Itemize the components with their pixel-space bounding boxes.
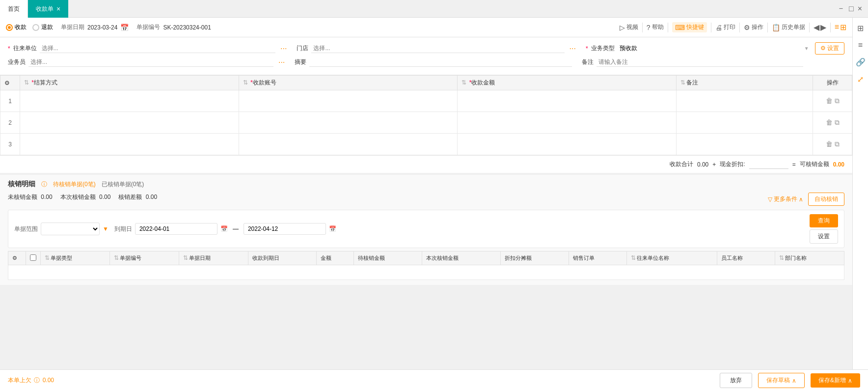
col-op-header: 操作 (813, 76, 852, 90)
row-3-settle[interactable] (20, 134, 239, 155)
doc-type-sort[interactable]: ⇅ (45, 254, 50, 261)
doc-date-sort[interactable]: ⇅ (183, 254, 188, 261)
due-date-field: 到期日 📅 — 📅 (114, 223, 336, 235)
help-action[interactable]: ? 帮助 (647, 23, 664, 31)
row-3-account[interactable] (239, 134, 458, 155)
row-1-account[interactable] (239, 90, 458, 112)
row-3-delete-icon[interactable]: 🗑 (826, 140, 833, 148)
row-1-delete-icon[interactable]: 🗑 (826, 97, 833, 105)
link-icon[interactable]: 🔗 (854, 56, 868, 69)
filter-settings-button[interactable]: 设置 (810, 229, 838, 244)
row-3-copy-icon[interactable]: ⧉ (835, 140, 840, 148)
shortcut-action[interactable]: ⌨ 快捷键 (672, 22, 707, 32)
select-all-checkbox[interactable] (30, 254, 36, 261)
col-settings-header[interactable]: ⚙ (0, 76, 20, 90)
radio-group: 收款 退款 (6, 23, 53, 31)
calendar-icon[interactable]: 📅 (120, 24, 129, 31)
counterpart-sort[interactable]: ⇅ (631, 254, 636, 261)
col-checkbox-th[interactable] (26, 251, 41, 265)
date-from-icon[interactable]: 📅 (220, 225, 228, 232)
store-input[interactable] (311, 44, 564, 53)
more-conditions-btn[interactable]: ▽ 更多条件 ∧ (768, 195, 803, 203)
row-2-settle[interactable] (20, 112, 239, 134)
prev-arrow[interactable]: ◀ (814, 23, 819, 32)
date-to-input[interactable] (244, 223, 326, 235)
form-section: * 往来单位 ··· 门店 ··· * 业务类型 预收款 ▼ ⚙ 设置 (0, 37, 852, 75)
list-view-icon[interactable]: ≡ (835, 23, 839, 32)
next-arrow[interactable]: ▶ (820, 23, 826, 32)
tab-pending[interactable]: 待核销单据(0笔) (53, 180, 96, 189)
radio-receipt[interactable]: 收款 (6, 23, 27, 31)
operation-action[interactable]: ⚙ 操作 (744, 23, 763, 31)
business-type-chevron[interactable]: ▼ (804, 46, 809, 51)
row-1-copy-icon[interactable]: ⧉ (835, 97, 840, 105)
video-icon: ▷ (620, 24, 625, 31)
col-settings-th[interactable]: ⚙ (8, 251, 26, 265)
store-label: 门店 (297, 44, 308, 53)
date-label: 单据日期 (61, 23, 84, 31)
tab-active[interactable]: 收款单 × (28, 0, 68, 18)
tab-close-icon[interactable]: × (56, 0, 60, 18)
video-action[interactable]: ▷ 视频 (620, 23, 638, 31)
store-more-icon[interactable]: ··· (570, 44, 576, 53)
settings-button[interactable]: ⚙ 设置 (815, 42, 844, 55)
remark-sort-icon[interactable]: ⇅ (680, 79, 685, 86)
minimize-button[interactable]: － (837, 3, 845, 14)
divider-5 (767, 23, 768, 32)
verify-stats: 未核销金额 0.00 本次核销金额 0.00 核销差额 0.00 (8, 193, 157, 201)
auto-verify-button[interactable]: 自动核销 (808, 193, 844, 206)
row-2-amount[interactable] (458, 112, 677, 134)
discard-button[interactable]: 放弃 (720, 373, 752, 388)
date-to-icon[interactable]: 📅 (329, 225, 336, 232)
main-content: 收款 退款 单据日期 2023-03-24 📅 单据编号 SK-20230324… (0, 18, 852, 391)
range-arrow: ▼ (103, 225, 108, 232)
expand-icon[interactable]: ⤢ (855, 73, 866, 86)
data-table: ⚙ ⇅ *结算方式 ⇅ *收款账号 ⇅ *收款金额 ⇅备注 (0, 75, 852, 155)
table-icon[interactable]: ⊞ (855, 22, 866, 35)
print-action[interactable]: 🖨 打印 (715, 23, 735, 31)
row-2-delete-icon[interactable]: 🗑 (826, 118, 833, 127)
col-doc-date-th: ⇅单据日期 (179, 251, 248, 265)
row-1-settle[interactable] (20, 90, 239, 112)
close-button[interactable]: × (858, 4, 862, 13)
row-3-amount[interactable] (458, 134, 677, 155)
grid-view-icon[interactable]: ⊞ (840, 23, 846, 32)
settings-label: 设置 (827, 45, 839, 52)
remark-input[interactable] (597, 57, 803, 67)
tab-done[interactable]: 已核销单据(0笔) (102, 180, 144, 189)
query-button[interactable]: 查询 (810, 214, 838, 227)
date-separator: — (233, 225, 239, 232)
counterpart-more-icon[interactable]: ··· (280, 44, 287, 53)
dept-sort[interactable]: ⇅ (779, 254, 784, 261)
row-1-amount[interactable] (458, 90, 677, 112)
settle-sort-icon[interactable]: ⇅ (24, 79, 29, 86)
save-new-button[interactable]: 保存&新增 ∧ (811, 373, 860, 388)
history-action[interactable]: 📋 历史单据 (772, 23, 805, 31)
sales-more-icon[interactable]: ··· (278, 58, 285, 67)
radio-refund[interactable]: 退款 (32, 23, 53, 31)
date-from-input[interactable] (135, 223, 217, 235)
row-2-account[interactable] (239, 112, 458, 134)
counterpart-input[interactable] (40, 44, 275, 53)
net-value: 0.00 (833, 161, 844, 168)
row-3-remark[interactable] (677, 134, 813, 155)
row-2-remark[interactable] (677, 112, 813, 134)
summary-input[interactable] (309, 57, 571, 67)
tab-home[interactable]: 首页 (0, 0, 28, 18)
col-staff-th: 员工名称 (717, 251, 775, 265)
sheet-icon[interactable]: ≡ (856, 39, 865, 52)
doc-num-sort[interactable]: ⇅ (114, 254, 119, 261)
col-due-date-th: 收款到期日 (248, 251, 317, 265)
range-select[interactable] (41, 223, 100, 235)
amount-sort-icon[interactable]: ⇅ (461, 79, 466, 86)
row-1-remark[interactable] (677, 90, 813, 112)
save-draft-button[interactable]: 保存草稿 ∧ (758, 373, 805, 388)
maximize-button[interactable]: □ (849, 4, 854, 13)
sales-input[interactable] (28, 57, 273, 67)
discount-input[interactable] (749, 160, 788, 169)
history-icon: 📋 (772, 24, 780, 31)
row-2-copy-icon[interactable]: ⧉ (835, 118, 840, 127)
row-1-num: 1 (0, 90, 20, 112)
verify-info-icon[interactable]: ⓘ (41, 180, 47, 189)
account-sort-icon[interactable]: ⇅ (243, 79, 248, 86)
